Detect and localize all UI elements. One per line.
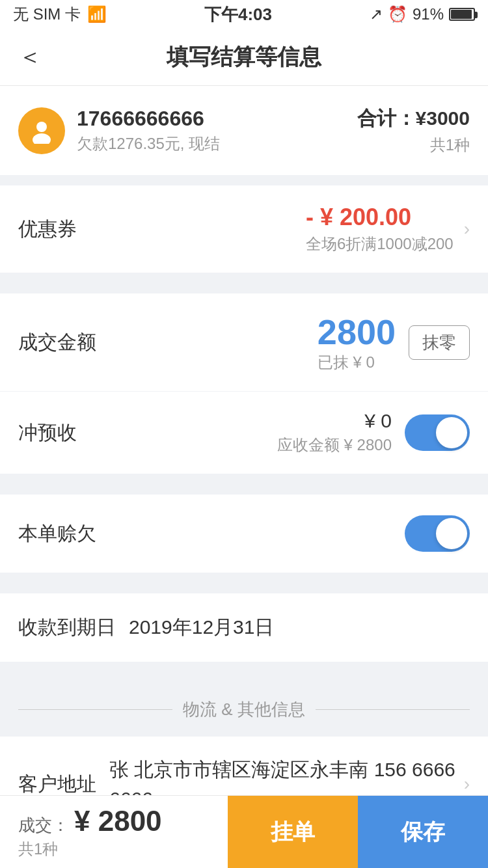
duedate-label: 收款到期日 — [18, 614, 116, 641]
duedate-row: 收款到期日 2019年12月31日 — [0, 593, 488, 662]
content: 17666666666 欠款1276.35元, 现结 合计：¥3000 共1种 … — [0, 86, 488, 868]
address-label: 客户地址 — [18, 771, 96, 798]
bottom-deal-row: 成交： ¥ 2800 — [18, 805, 210, 837]
back-button[interactable]: ＜ — [18, 41, 42, 73]
user-debt: 欠款1276.35元, 现结 — [77, 133, 220, 154]
bottom-summary: 成交： ¥ 2800 共1种 — [0, 805, 228, 860]
user-phone: 17666666666 — [77, 107, 220, 131]
precharge-sub: 应收金额 ¥ 2800 — [277, 435, 392, 455]
avatar — [18, 107, 65, 154]
transaction-card: 成交金额 2800 已抹 ¥ 0 抹零 冲预收 ¥ 0 应收金额 ¥ 2800 — [0, 293, 488, 474]
bottom-deal-amount: ¥ 2800 — [74, 805, 162, 837]
debt-label: 本单赊欠 — [18, 521, 96, 547]
status-left: 无 SIM 卡 📶 — [13, 4, 107, 25]
coupon-right: - ¥ 200.00 全场6折满1000减200 › — [306, 204, 470, 254]
debt-card: 本单赊欠 — [0, 495, 488, 573]
battery-percent: 91% — [413, 5, 444, 23]
page-title: 填写结算等信息 — [167, 42, 321, 72]
user-left: 17666666666 欠款1276.35元, 现结 — [18, 107, 220, 154]
user-info: 17666666666 欠款1276.35元, 现结 — [77, 107, 220, 154]
svg-point-1 — [33, 133, 51, 144]
debt-row: 本单赊欠 — [0, 495, 488, 573]
duedate-card: 收款到期日 2019年12月31日 — [0, 593, 488, 662]
total-count: 共1种 — [357, 135, 470, 156]
alarm-icon: ⏰ — [388, 5, 407, 23]
coupon-row[interactable]: 优惠券 - ¥ 200.00 全场6折满1000减200 › — [0, 185, 488, 273]
save-button[interactable]: 保存 — [358, 796, 488, 869]
bottom-deal-label: 成交： — [18, 814, 69, 837]
battery-icon — [449, 8, 475, 21]
status-right: ↗ ⏰ 91% — [370, 5, 475, 23]
debt-toggle[interactable] — [405, 515, 470, 552]
precharge-toggle[interactable] — [405, 414, 470, 451]
duedate-value: 2019年12月31日 — [129, 614, 274, 641]
section-line-right — [316, 709, 470, 710]
section-divider-1 — [0, 283, 488, 293]
coupon-card: 优惠券 - ¥ 200.00 全场6折满1000减200 › — [0, 185, 488, 273]
toggle-knob — [436, 417, 467, 448]
round-button[interactable]: 抹零 — [409, 325, 470, 360]
status-bar: 无 SIM 卡 📶 下午4:03 ↗ ⏰ 91% — [0, 0, 488, 29]
precharge-label: 冲预收 — [18, 420, 77, 446]
precharge-row: 冲预收 ¥ 0 应收金额 ¥ 2800 — [0, 392, 488, 474]
status-time: 下午4:03 — [204, 3, 272, 26]
address-chevron-icon: › — [464, 774, 470, 794]
user-total: 合计：¥3000 共1种 — [357, 105, 470, 156]
section-line-left — [18, 709, 172, 710]
location-icon: ↗ — [370, 5, 383, 23]
bottom-bar: 成交： ¥ 2800 共1种 挂单 保存 — [0, 795, 488, 868]
bottom-count: 共1种 — [18, 839, 210, 860]
carrier-label: 无 SIM 卡 — [13, 4, 81, 25]
coupon-desc: 全场6折满1000减200 — [306, 234, 454, 254]
section-divider-2 — [0, 484, 488, 495]
wifi-icon: 📶 — [87, 5, 107, 23]
hold-button[interactable]: 挂单 — [228, 796, 358, 869]
precharge-value: ¥ 0 — [277, 410, 392, 432]
logistics-section-header: 物流 & 其他信息 — [0, 683, 488, 737]
transaction-sub: 已抹 ¥ 0 — [318, 352, 396, 373]
user-row: 17666666666 欠款1276.35元, 现结 合计：¥3000 共1种 — [0, 86, 488, 175]
user-info-card: 17666666666 欠款1276.35元, 现结 合计：¥3000 共1种 — [0, 86, 488, 175]
transaction-amount: 2800 — [318, 312, 396, 352]
section-divider-4 — [0, 672, 488, 683]
svg-point-0 — [36, 122, 47, 132]
precharge-value-block: ¥ 0 应收金额 ¥ 2800 — [277, 410, 392, 455]
section-divider-3 — [0, 583, 488, 593]
section-header-text: 物流 & 其他信息 — [183, 698, 305, 721]
nav-bar: ＜ 填写结算等信息 — [0, 29, 488, 86]
coupon-value: - ¥ 200.00 — [306, 204, 454, 231]
coupon-label: 优惠券 — [18, 216, 77, 243]
transaction-amount-block: 2800 已抹 ¥ 0 — [318, 312, 396, 373]
total-amount: 合计：¥3000 — [357, 105, 470, 132]
transaction-label: 成交金额 — [18, 329, 96, 356]
chevron-right-icon: › — [464, 219, 470, 239]
transaction-row: 成交金额 2800 已抹 ¥ 0 抹零 — [0, 293, 488, 392]
debt-toggle-knob — [436, 518, 467, 549]
coupon-value-block: - ¥ 200.00 全场6折满1000减200 — [306, 204, 454, 254]
precharge-right: ¥ 0 应收金额 ¥ 2800 — [277, 410, 470, 455]
transaction-right: 2800 已抹 ¥ 0 抹零 — [318, 312, 470, 373]
